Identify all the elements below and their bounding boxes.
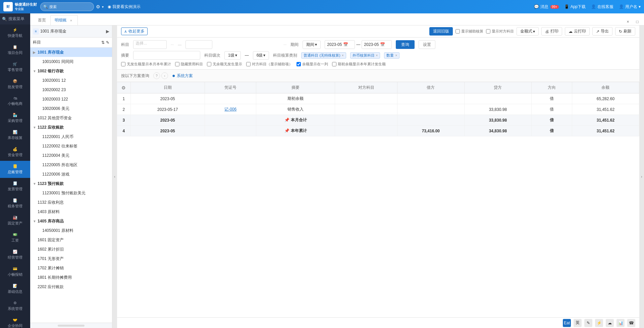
account-selector[interactable]: ≡ 1001 库存现金: [33, 28, 104, 35]
sidebar-search[interactable]: 🔍 搜索菜单: [0, 13, 30, 24]
user-menu-btn[interactable]: 👤 用户名 ▾: [619, 4, 641, 10]
sort-icon[interactable]: ⇅: [101, 40, 105, 45]
sidebar-item-invoice[interactable]: 🧾 发票管理: [0, 178, 30, 195]
query-button[interactable]: 查询: [396, 40, 415, 49]
refresh-btn[interactable]: ↻ 刷新: [615, 27, 635, 36]
pencil-btn[interactable]: ✎: [584, 319, 592, 327]
lightning-btn[interactable]: ⚡: [595, 319, 603, 327]
dropdown-arrow-icon[interactable]: ▾: [102, 5, 104, 9]
sidebar-item-purchase[interactable]: 🏪 采购管理: [0, 110, 30, 127]
no-balance-checkbox[interactable]: [121, 62, 125, 66]
tree-item-1001[interactable]: ▶ 1001 库存现金: [30, 48, 112, 57]
period-start-input[interactable]: 2023-05 📅: [325, 40, 355, 49]
query-info-icon[interactable]: ?: [153, 72, 160, 79]
sidebar-item-inventory[interactable]: 📊 库存核算: [0, 127, 30, 144]
sidebar-item-project[interactable]: 📋 项目合同: [0, 42, 30, 59]
tab-detail[interactable]: 明细账 ×: [50, 15, 78, 25]
tree-item-1702[interactable]: 1702 累计摊销: [30, 263, 112, 273]
col-settings[interactable]: ⚙: [117, 82, 130, 93]
show-aux-checkbox[interactable]: [455, 29, 460, 34]
opening-ytd-checkbox[interactable]: [332, 62, 336, 66]
tree-item-1012[interactable]: 1012 其他货币资金: [30, 113, 112, 123]
phone-btn[interactable]: ☎: [627, 319, 635, 327]
panel-collapse-btn[interactable]: ‹: [112, 25, 117, 328]
sidebar-item-operations[interactable]: 📈 经营管理: [0, 246, 30, 263]
print-btn[interactable]: 🖨 打印: [541, 27, 562, 36]
export-btn[interactable]: ↗ 导出: [592, 27, 612, 36]
panel-chevron-right-icon[interactable]: ▶: [106, 29, 109, 34]
cell-voucher-2[interactable]: 记-006: [205, 104, 256, 115]
filter-tag-2-remove[interactable]: ×: [395, 54, 397, 57]
tree-item-1123[interactable]: ▼ 1123 预付账款: [30, 179, 112, 188]
tree-item-11220006[interactable]: 11220006 游戏: [30, 170, 112, 179]
horizontal-scroll[interactable]: [58, 325, 85, 327]
top-search[interactable]: 🔍 搜索: [40, 2, 94, 11]
filter-tag-0-remove[interactable]: ×: [342, 54, 344, 57]
settings-icon[interactable]: ⚙: [94, 3, 102, 11]
period-end-input[interactable]: 2023-05 📅: [362, 40, 392, 49]
query-collapse-icon[interactable]: ‹: [161, 72, 168, 79]
window-maximize-btn[interactable]: □: [634, 18, 641, 25]
cloud-print-btn[interactable]: ☁ 云打印: [565, 27, 590, 36]
cloud-btn[interactable]: ☁: [606, 319, 614, 327]
sidebar-item-system[interactable]: ⚙ 系统管理: [0, 298, 30, 315]
demo-link[interactable]: ◉ 我要看实例演示: [108, 4, 141, 10]
window-close-btn[interactable]: ×: [625, 18, 631, 25]
balance-one-col-checkbox[interactable]: [297, 62, 301, 66]
expand-collapse-btn[interactable]: ∧ 收起更多: [121, 27, 148, 35]
filter-tag-1-remove[interactable]: ×: [376, 54, 378, 57]
tree-item-1701[interactable]: 1701 无形资产: [30, 254, 112, 263]
sidebar-item-ledger[interactable]: 📒 总账管理: [0, 161, 30, 178]
subject-filter-end[interactable]: [185, 40, 212, 49]
tree-item-10020002[interactable]: 10020002 23: [30, 85, 112, 94]
show-contra-checkbox[interactable]: [486, 29, 490, 34]
tree-item-10010001[interactable]: 10010001 同同同: [30, 57, 112, 66]
voucher-link-2[interactable]: 记-006: [224, 107, 236, 112]
tab-detail-close[interactable]: ×: [69, 18, 73, 23]
subject-filter-input[interactable]: 选择...: [133, 40, 167, 49]
tree-item-1405[interactable]: ▼ 1405 库存商品: [30, 216, 112, 226]
summary-input[interactable]: [133, 51, 200, 60]
sidebar-item-finance[interactable]: 💰 资金管理: [0, 144, 30, 161]
tree-item-10020003[interactable]: 10020003 122: [30, 94, 112, 104]
app-download-btn[interactable]: 📱 App下载: [564, 4, 586, 10]
tree-item-11220001[interactable]: 11220001 人民币: [30, 132, 112, 141]
tree-item-14050001[interactable]: 14050001 原材料: [30, 226, 112, 235]
sidebar-item-cooperation[interactable]: 🤝 企业协同: [0, 315, 30, 328]
tree-item-1122[interactable]: ▼ 1122 应收账款: [30, 123, 112, 132]
tree-item-11220004[interactable]: 11220004 美元: [30, 151, 112, 160]
lang-btn[interactable]: 英: [574, 319, 582, 327]
period-type-select[interactable]: 期间 ▾: [303, 41, 321, 49]
sidebar-item-assets[interactable]: 🏭 固定资产: [0, 212, 30, 229]
sidebar-item-salary[interactable]: 💵 工资: [0, 229, 30, 246]
tree-item-10020006[interactable]: 10020006 美元: [30, 104, 112, 113]
sidebar-item-wholesale[interactable]: 📦 批发管理: [0, 76, 30, 93]
sidebar-item-retail[interactable]: 🛒 零售管理: [0, 59, 30, 76]
filter-settings-btn[interactable]: 设置: [419, 40, 435, 49]
sidebar-item-quick-nav[interactable]: ⚡ 快捷导航: [0, 24, 30, 42]
no-balance-show-checkbox[interactable]: [207, 62, 211, 66]
contra-show-checkbox[interactable]: [246, 62, 251, 66]
level-start-select[interactable]: 1级 ▾: [224, 51, 241, 60]
tree-item-1403[interactable]: 1403 原材料: [30, 207, 112, 216]
hide-disabled-checkbox[interactable]: [175, 62, 179, 66]
sidebar-item-xiaochang[interactable]: 💳 小畅报销: [0, 263, 30, 280]
tree-item-1002[interactable]: ▼ 1002 银行存款: [30, 66, 112, 76]
tree-item-11220002[interactable]: 11220002 往来标签: [30, 141, 112, 151]
tree-item-1132[interactable]: 1132 应收利息: [30, 198, 112, 207]
tree-item-10020001[interactable]: 10020001 12: [30, 76, 112, 85]
sidebar-item-basic[interactable]: 📝 基础信息: [0, 280, 30, 298]
amount-style-btn[interactable]: 金额式 ▾: [517, 27, 539, 36]
tree-item-2202[interactable]: 2202 应付账款: [30, 282, 112, 291]
online-service-btn[interactable]: 👤 在线客服: [591, 4, 613, 10]
tree-item-1801[interactable]: 1801 长期待摊费用: [30, 273, 112, 282]
panel-settings-icon[interactable]: ✎: [106, 40, 109, 45]
tree-item-1601[interactable]: 1601 固定资产: [30, 235, 112, 245]
message-btn[interactable]: 💬 消息 99+: [534, 4, 559, 10]
tree-item-11230001[interactable]: 11230001 预付账款美元: [30, 188, 112, 198]
eat-btn[interactable]: Eat: [563, 319, 571, 327]
chart-btn[interactable]: 📊: [616, 319, 625, 327]
level-end-select[interactable]: 6级 ▾: [253, 51, 269, 60]
sidebar-item-ecom[interactable]: 🛍 小畅电商: [0, 93, 30, 110]
col-settings-icon[interactable]: ⚙: [121, 85, 126, 90]
